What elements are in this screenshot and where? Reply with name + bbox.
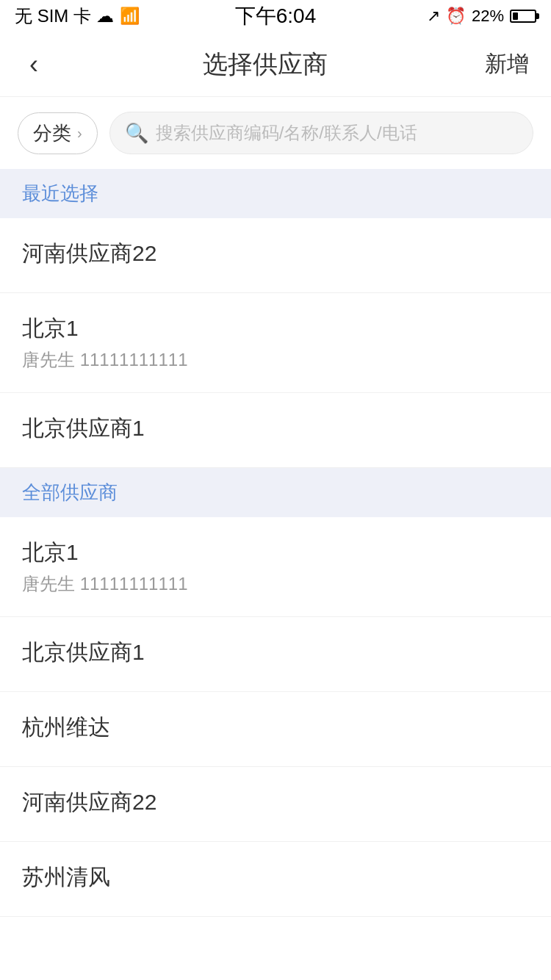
filter-bar: 分类 › 🔍 搜索供应商编码/名称/联系人/电话 xyxy=(0,97,551,169)
category-arrow-icon: › xyxy=(77,125,82,142)
status-time: 下午6:04 xyxy=(235,2,317,30)
item-name: 河南供应商22 xyxy=(22,239,529,269)
category-button[interactable]: 分类 › xyxy=(18,112,98,154)
back-button[interactable]: ‹ xyxy=(22,42,46,87)
list-item[interactable]: 北京1唐先生 11111111111 xyxy=(0,293,551,393)
battery-fill xyxy=(513,12,518,20)
nav-bar: ‹ 选择供应商 新增 xyxy=(0,32,551,97)
item-subtitle: 唐先生 11111111111 xyxy=(22,572,529,596)
item-name: 北京供应商1 xyxy=(22,638,529,668)
search-box[interactable]: 🔍 搜索供应商编码/名称/联系人/电话 xyxy=(109,112,533,154)
list-item[interactable]: 北京供应商1 xyxy=(0,393,551,468)
wifi-icon: 📶 xyxy=(120,7,140,26)
search-placeholder: 搜索供应商编码/名称/联系人/电话 xyxy=(156,121,417,145)
status-right: ↗ ⏰ 22% xyxy=(427,7,536,26)
sim-text: 无 SIM 卡 ☁ xyxy=(15,4,114,28)
search-icon: 🔍 xyxy=(125,122,148,145)
item-name: 河南供应商22 xyxy=(22,788,529,818)
item-name: 北京1 xyxy=(22,538,529,568)
list-item[interactable]: 北京供应商1 xyxy=(0,617,551,692)
list-item[interactable]: 苏州清风 xyxy=(0,842,551,917)
list-item[interactable]: 北京1唐先生 11111111111 xyxy=(0,517,551,617)
status-bar: 无 SIM 卡 ☁ 📶 下午6:04 ↗ ⏰ 22% xyxy=(0,0,551,32)
list-item[interactable]: 杭州维达 xyxy=(0,692,551,767)
alarm-icon: ⏰ xyxy=(446,7,466,26)
page-title: 选择供应商 xyxy=(203,48,328,82)
item-name: 苏州清风 xyxy=(22,862,529,893)
item-name: 杭州维达 xyxy=(22,713,529,743)
battery-bar xyxy=(510,10,536,23)
section-header-all: 全部供应商 xyxy=(0,468,551,517)
item-subtitle: 唐先生 11111111111 xyxy=(22,348,529,372)
location-icon: ↗ xyxy=(427,7,440,26)
add-button[interactable]: 新增 xyxy=(485,49,529,79)
item-name: 北京1 xyxy=(22,314,529,344)
status-left: 无 SIM 卡 ☁ 📶 xyxy=(15,4,140,28)
category-label: 分类 xyxy=(33,120,71,146)
section-header-recent: 最近选择 xyxy=(0,169,551,218)
battery-text: 22% xyxy=(472,7,504,26)
item-name: 北京供应商1 xyxy=(22,414,529,444)
list-item[interactable]: 河南供应商22 xyxy=(0,767,551,842)
supplier-list: 最近选择河南供应商22北京1唐先生 11111111111北京供应商1全部供应商… xyxy=(0,169,551,917)
list-item[interactable]: 河南供应商22 xyxy=(0,218,551,293)
